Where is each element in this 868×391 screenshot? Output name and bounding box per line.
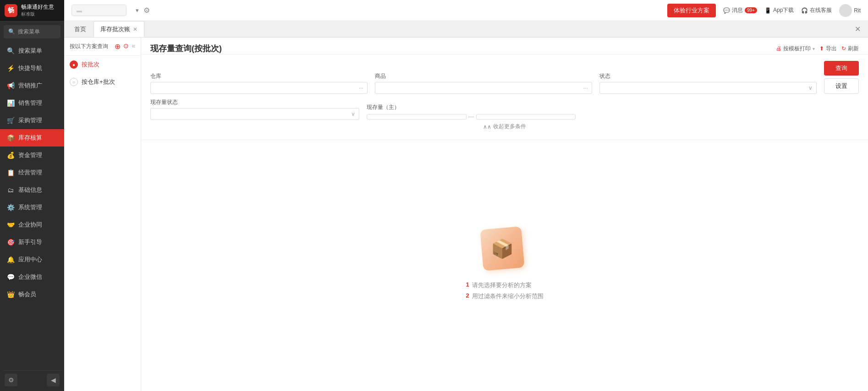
purchase-icon: 🛒	[6, 116, 15, 125]
trial-button[interactable]: 体验行业方案	[667, 4, 716, 17]
system-icon: ⚙️	[6, 203, 15, 212]
tab-batch[interactable]: 库存批次账✕	[93, 21, 144, 37]
sidebar-item-inventory[interactable]: 📦 库存核算	[0, 129, 64, 147]
refresh-btn[interactable]: ↻ 刷新	[841, 45, 859, 53]
topbar: ▬ ▾ ⚙ 体验行业方案 💬 消息 99+ 📱 App下载 🎧 在线客服	[64, 0, 868, 21]
right-content: 现存量查询(按批次) 🖨 按模板打印 ▾ ⬆ 导出 ↻ 刷新	[141, 38, 868, 391]
app-download-btn[interactable]: 📱 App下载	[764, 6, 794, 14]
filter-row-1: 仓库 ··· 商品 ···	[150, 61, 859, 94]
app-icon: 📱	[764, 7, 771, 14]
sidebar-item-system[interactable]: ⚙️ 系统管理	[0, 199, 64, 216]
settings-icon[interactable]: ⚙	[5, 374, 17, 386]
query-button[interactable]: 查询	[824, 61, 859, 76]
plan-item-warehouse_batch[interactable]: ○ 按仓库+批次	[64, 73, 141, 91]
marketing-icon: 📢	[6, 81, 15, 90]
left-panel-collapse-icon[interactable]: «	[132, 42, 135, 51]
sidebar-scroll-controls: ⚙ ◀	[0, 369, 64, 391]
nav-label-guide: 新手引导	[18, 238, 42, 246]
tab-close-main-icon[interactable]: ✕	[855, 25, 861, 33]
plan-item-batch[interactable]: ● 按批次	[64, 56, 141, 73]
service-icon: 🎧	[801, 7, 808, 14]
warehouse-input[interactable]: ···	[150, 82, 368, 94]
page-header: 现存量查询(按批次) 🖨 按模板打印 ▾ ⬆ 导出 ↻ 刷新	[141, 38, 868, 54]
stock-amount-from[interactable]	[367, 114, 467, 119]
plan-list: ● 按批次 ○ 按仓库+批次	[64, 56, 141, 91]
empty-tip-1: 1 请先选择要分析的方案	[466, 281, 543, 289]
left-panel: 按以下方案查询 ⊕ ⊙ « ● 按批次 ○ 按仓库+批次	[64, 38, 141, 391]
tab-close-batch[interactable]: ✕	[133, 26, 137, 33]
sidebar-item-member[interactable]: 👑 畅会员	[0, 286, 64, 303]
sidebar-item-search[interactable]: 🔍 搜索菜单	[0, 42, 64, 60]
brand-sub: 标准版	[21, 11, 54, 17]
plan-settings-icon[interactable]: ⊙	[123, 42, 129, 51]
sidebar-item-app[interactable]: 🔔 应用中心	[0, 251, 64, 268]
add-plan-icon[interactable]: ⊕	[115, 42, 121, 51]
topbar-dropdown-btn[interactable]: ▾	[136, 7, 139, 14]
topbar-settings-icon[interactable]: ⚙	[143, 6, 150, 15]
stock-amount-to[interactable]	[476, 114, 576, 119]
basic-icon: 🗂	[6, 186, 15, 194]
status-input[interactable]: ∨	[599, 82, 817, 94]
product-more-icon[interactable]: ···	[583, 85, 588, 91]
sidebar-item-wechat[interactable]: 💬 企业微信	[0, 268, 64, 286]
sidebar-item-quicknav[interactable]: ⚡ 快捷导航	[0, 60, 64, 77]
collapse-label: 收起更多条件	[493, 123, 526, 130]
sidebar-item-collab[interactable]: 🤝 企业协同	[0, 216, 64, 234]
message-btn[interactable]: 💬 消息 99+	[723, 6, 757, 14]
sidebar-nav: 🔍 搜索菜单 ⚡ 快捷导航 📢 营销推广 📊 销售管理 🛒 采购管理 📦 库存核…	[0, 42, 64, 369]
product-label: 商品	[375, 72, 592, 80]
page-header-actions: 🖨 按模板打印 ▾ ⬆ 导出 ↻ 刷新	[776, 45, 859, 53]
sidebar: 畅 畅康通好生意 标准版 🔍 搜索菜单 🔍 搜索菜单 ⚡ 快捷导航 📢 营销推广…	[0, 0, 64, 391]
print-dropdown-icon[interactable]: ▾	[813, 46, 815, 51]
stock-status-chevron[interactable]: ∨	[351, 111, 355, 117]
empty-state: 📦 1 请先选择要分析的方案 2 用过滤条件来缩小分析范围	[141, 140, 868, 391]
left-panel-actions: ⊕ ⊙ «	[115, 42, 135, 51]
online-service-btn[interactable]: 🎧 在线客服	[801, 6, 832, 14]
sidebar-item-purchase[interactable]: 🛒 采购管理	[0, 112, 64, 129]
user-avatar-area[interactable]: Rit	[839, 4, 861, 17]
sidebar-item-finance[interactable]: 💰 资金管理	[0, 147, 64, 164]
warehouse-more-icon[interactable]: ···	[359, 85, 363, 91]
tab-home[interactable]: 首页	[68, 21, 93, 37]
nav-label-app: 应用中心	[18, 255, 42, 264]
sidebar-item-basic[interactable]: 🗂 基础信息	[0, 181, 64, 199]
sidebar-item-sales[interactable]: 📊 销售管理	[0, 94, 64, 112]
tab-close-area: ✕	[855, 25, 864, 33]
nav-label-search: 搜索菜单	[18, 47, 42, 55]
nav-label-finance: 资金管理	[18, 151, 42, 159]
empty-icon: 📦	[482, 228, 527, 274]
product-input[interactable]: ···	[375, 82, 592, 94]
stock-status-field: 现存量状态 ∨	[150, 98, 359, 120]
topbar-search-icon: ▬	[77, 7, 82, 14]
topbar-actions: 体验行业方案 💬 消息 99+ 📱 App下载 🎧 在线客服 Rit	[667, 4, 861, 17]
sales-icon: 📊	[6, 99, 15, 107]
nav-label-wechat: 企业微信	[18, 273, 42, 281]
nav-label-basic: 基础信息	[18, 186, 42, 194]
collab-icon: 🤝	[6, 221, 15, 229]
collapse-sidebar-btn[interactable]: ◀	[47, 374, 60, 386]
stock-status-label: 现存量状态	[150, 98, 359, 106]
page-title: 现存量查询(按批次)	[150, 43, 222, 54]
stock-amount-dash: —	[468, 113, 474, 120]
settings-button[interactable]: 设置	[824, 78, 859, 94]
status-field: 状态 ∨	[599, 72, 817, 94]
sidebar-footer: ⚙ ◀	[3, 370, 61, 389]
status-chevron-icon[interactable]: ∨	[808, 85, 813, 91]
stock-status-input[interactable]: ∨	[150, 108, 359, 120]
print-btn[interactable]: 🖨 按模板打印 ▾	[776, 45, 815, 53]
plan-icon-batch: ●	[70, 60, 78, 69]
export-btn[interactable]: ⬆ 导出	[819, 45, 837, 53]
inventory-icon: 📦	[6, 134, 15, 142]
status-label: 状态	[599, 72, 817, 80]
sidebar-item-guide[interactable]: 🎯 新手引导	[0, 234, 64, 251]
search-icon: 🔍	[8, 28, 15, 35]
collapse-row[interactable]: ∧∧ 收起更多条件	[150, 120, 859, 133]
collapse-chevron-icon: ∧∧	[483, 124, 491, 130]
warehouse-label: 仓库	[150, 72, 368, 80]
topbar-search[interactable]: ▬	[71, 5, 126, 16]
sidebar-item-marketing[interactable]: 📢 营销推广	[0, 77, 64, 94]
nav-label-collab: 企业协同	[18, 221, 42, 229]
sidebar-search[interactable]: 🔍 搜索菜单	[4, 25, 60, 38]
sidebar-item-ops[interactable]: 📋 经营管理	[0, 164, 64, 181]
plan-label-batch: 按批次	[82, 60, 99, 69]
